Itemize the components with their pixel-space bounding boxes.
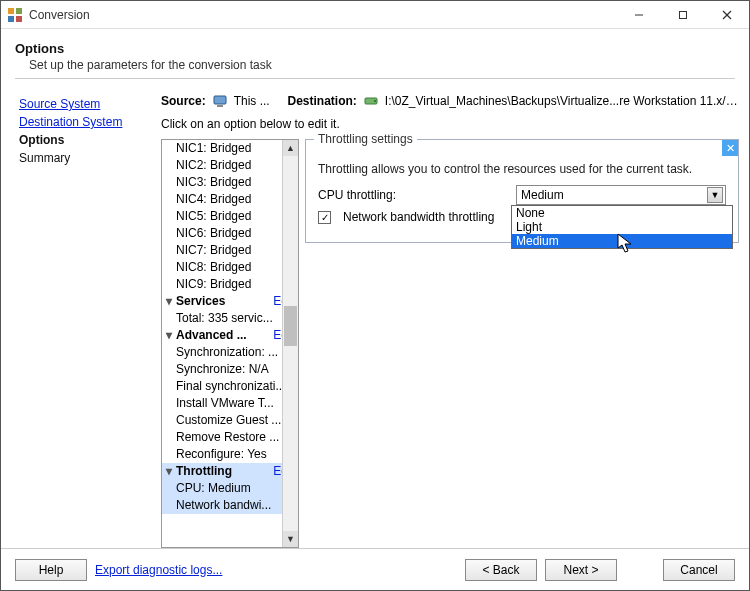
- dropdown-option-medium[interactable]: Medium: [512, 234, 732, 248]
- tree-advanced-item-6[interactable]: Reconfigure: Yes: [162, 446, 298, 463]
- tree-advanced-item-4[interactable]: Customize Guest ...: [162, 412, 298, 429]
- window-controls: [617, 1, 749, 28]
- cpu-throttling-value: Medium: [521, 188, 564, 202]
- tree-nic-7[interactable]: NIC7: Bridged: [162, 242, 298, 259]
- page-title: Options: [15, 41, 735, 56]
- throttling-panel: Throttling settings ✕ Throttling allows …: [305, 139, 739, 548]
- network-throttling-checkbox[interactable]: ✓: [318, 211, 331, 224]
- collapse-arrow-icon[interactable]: ▾: [166, 327, 176, 344]
- source-label: Source:: [161, 94, 206, 108]
- page-header: Options Set up the parameters for the co…: [1, 29, 749, 87]
- source-computer-icon: [212, 93, 228, 109]
- dropdown-option-light[interactable]: Light: [512, 220, 732, 234]
- tree-advanced-item-2[interactable]: Final synchronizati...: [162, 378, 298, 395]
- groupbox-close-icon[interactable]: ✕: [722, 140, 738, 156]
- tree-nic-1[interactable]: NIC1: Bridged: [162, 140, 298, 157]
- destination-label: Destination:: [287, 94, 356, 108]
- back-button[interactable]: < Back: [465, 559, 537, 581]
- svg-rect-9: [217, 105, 223, 107]
- instruction-text: Click on an option below to edit it.: [161, 117, 739, 131]
- scroll-thumb[interactable]: [284, 306, 297, 346]
- tree-advanced-item-5[interactable]: Remove Restore ...: [162, 429, 298, 446]
- source-value: This ...: [234, 94, 270, 108]
- svg-rect-1: [16, 8, 22, 14]
- tree-nic-4[interactable]: NIC4: Bridged: [162, 191, 298, 208]
- wizard-nav: Source System Destination System Options…: [11, 87, 161, 548]
- tree-throttling-item-1[interactable]: Network bandwi...: [162, 497, 298, 514]
- svg-rect-2: [8, 16, 14, 22]
- collapse-arrow-icon[interactable]: ▾: [166, 293, 176, 310]
- tree-advanced-item-3[interactable]: Install VMware T...: [162, 395, 298, 412]
- tree-throttling-item-0[interactable]: CPU: Medium: [162, 480, 298, 497]
- tree-advanced-group[interactable]: ▾Advanced ...Edit: [162, 327, 298, 344]
- dropdown-option-none[interactable]: None: [512, 206, 732, 220]
- app-icon: [7, 7, 23, 23]
- nav-summary: Summary: [19, 149, 153, 167]
- tree-scrollbar[interactable]: ▲ ▼: [282, 140, 298, 547]
- window-title: Conversion: [29, 8, 90, 22]
- tree-nic-6[interactable]: NIC6: Bridged: [162, 225, 298, 242]
- collapse-arrow-icon[interactable]: ▾: [166, 463, 176, 480]
- scroll-down-button[interactable]: ▼: [283, 531, 298, 547]
- conversion-window: Conversion Options Set up the parameters…: [0, 0, 750, 591]
- source-destination-row: Source: This ... Destination: I:\0Z_Virt…: [161, 93, 739, 109]
- cpu-throttling-label: CPU throttling:: [318, 188, 508, 202]
- tree-services-group[interactable]: ▾ServicesEdit: [162, 293, 298, 310]
- svg-rect-0: [8, 8, 14, 14]
- cpu-throttling-row: CPU throttling: Medium ▼: [318, 184, 726, 206]
- scroll-track[interactable]: [283, 156, 298, 531]
- main-panel: Source: This ... Destination: I:\0Z_Virt…: [161, 87, 739, 548]
- tree-nic-8[interactable]: NIC8: Bridged: [162, 259, 298, 276]
- body: Source System Destination System Options…: [1, 87, 749, 548]
- svg-point-11: [374, 100, 376, 102]
- tree-services-total[interactable]: Total: 335 servic...: [162, 310, 298, 327]
- header-rule: [15, 78, 735, 79]
- svg-rect-5: [680, 11, 687, 18]
- nav-options: Options: [19, 131, 153, 149]
- tree-nic-9[interactable]: NIC9: Bridged: [162, 276, 298, 293]
- svg-rect-8: [214, 96, 226, 104]
- nav-source-system[interactable]: Source System: [19, 95, 153, 113]
- cpu-throttling-combobox[interactable]: Medium ▼: [516, 185, 726, 205]
- close-button[interactable]: [705, 1, 749, 28]
- svg-rect-3: [16, 16, 22, 22]
- footer: Help Export diagnostic logs... < Back Ne…: [1, 548, 749, 590]
- nav-destination-system[interactable]: Destination System: [19, 113, 153, 131]
- network-throttling-label: Network bandwidth throttling: [343, 210, 494, 224]
- titlebar: Conversion: [1, 1, 749, 29]
- tree-nic-2[interactable]: NIC2: Bridged: [162, 157, 298, 174]
- scroll-up-button[interactable]: ▲: [283, 140, 298, 156]
- destination-disk-icon: [363, 93, 379, 109]
- tree-throttling-group[interactable]: ▾ThrottlingEdit: [162, 463, 298, 480]
- page-subtitle: Set up the parameters for the conversion…: [15, 58, 735, 72]
- export-diagnostic-link[interactable]: Export diagnostic logs...: [95, 563, 222, 577]
- tree-nic-5[interactable]: NIC5: Bridged: [162, 208, 298, 225]
- destination-value: I:\0Z_Virtual_Machines\Backups\Virtualiz…: [385, 94, 739, 108]
- help-button[interactable]: Help: [15, 559, 87, 581]
- tree-advanced-item-1[interactable]: Synchronize: N/A: [162, 361, 298, 378]
- minimize-button[interactable]: [617, 1, 661, 28]
- tree-nic-3[interactable]: NIC3: Bridged: [162, 174, 298, 191]
- tree-advanced-item-0[interactable]: Synchronization: ...: [162, 344, 298, 361]
- options-tree[interactable]: NIC1: BridgedNIC2: BridgedNIC3: BridgedN…: [161, 139, 299, 548]
- throttling-description: Throttling allows you to control the res…: [318, 162, 726, 176]
- cpu-throttling-dropdown[interactable]: None Light Medium: [511, 205, 733, 249]
- next-button[interactable]: Next >: [545, 559, 617, 581]
- combobox-arrow-icon[interactable]: ▼: [707, 187, 723, 203]
- groupbox-title: Throttling settings: [314, 132, 417, 146]
- cancel-button[interactable]: Cancel: [663, 559, 735, 581]
- maximize-button[interactable]: [661, 1, 705, 28]
